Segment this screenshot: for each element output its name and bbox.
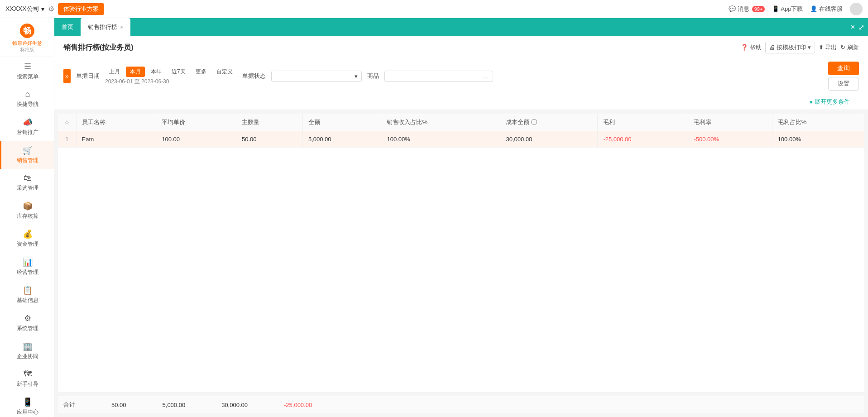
finance-icon: 💰 <box>23 229 33 239</box>
cell-profit-rate: -500.00% <box>688 131 772 148</box>
sidebar-item-label: 营销推广 <box>17 129 38 136</box>
query-actions: 查询 设置 <box>828 62 859 91</box>
sidebar-item-label: 资金管理 <box>17 240 38 248</box>
export-button[interactable]: ⬆ 导出 <box>819 43 837 52</box>
tab-bar-right: × ⤢ <box>851 23 868 32</box>
col-profit-pct: 毛利占比% <box>772 114 864 131</box>
purchase-icon: 🛍 <box>24 173 32 183</box>
page-title-row: 销售排行榜(按业务员) ❓ 帮助 🖨 按模板打印 ▾ ⬆ 导出 ↻ 刷新 <box>63 42 859 53</box>
query-btn-group: 查询 设置 <box>828 62 859 91</box>
tab-close-button[interactable]: × <box>120 24 123 30</box>
system-icon: ⚙ <box>24 313 31 323</box>
table-row: 1 Eam 100.00 50.00 5,000.00 100.00% 30,0… <box>58 131 864 148</box>
sidebar-logo: 畅 畅康通好生意 标准版 <box>0 18 54 57</box>
tab-minimize-icon[interactable]: × <box>851 23 855 31</box>
sidebar-item-operations[interactable]: 📊 经营管理 <box>0 253 54 281</box>
company-name: XXXXX公司 <box>5 5 39 13</box>
tab-sales-ranking[interactable]: 销售排行榜 × <box>81 18 130 36</box>
date-last-month-btn[interactable]: 上月 <box>105 67 124 77</box>
sidebar-item-collab[interactable]: 🏢 企业协同 <box>0 337 54 365</box>
refresh-button[interactable]: ↻ 刷新 <box>840 43 859 52</box>
sidebar-item-inventory[interactable]: 📦 库存核算 <box>0 197 54 225</box>
svg-text:畅: 畅 <box>23 26 31 35</box>
home-icon: ⌂ <box>25 90 30 99</box>
date-more-btn[interactable]: 更多 <box>192 67 211 77</box>
sidebar-item-guide[interactable]: 🗺 新手引导 <box>0 365 54 393</box>
cell-sales-pct: 100.00% <box>381 131 500 148</box>
tab-home-label: 首页 <box>62 23 73 31</box>
sidebar-item-marketing[interactable]: 📣 营销推广 <box>0 113 54 141</box>
logo-text: 畅康通好生意 <box>12 40 42 47</box>
inventory-icon: 📦 <box>23 201 33 211</box>
app-download-button[interactable]: 📱 App下载 <box>772 5 803 13</box>
col-qty: 主数量 <box>236 114 303 131</box>
sidebar-item-label: 系统管理 <box>17 325 38 332</box>
date-custom-btn[interactable]: 自定义 <box>212 67 237 77</box>
page-title: 销售排行榜(按业务员) <box>63 43 134 53</box>
sidebar-item-basic[interactable]: 📋 基础信息 <box>0 281 54 309</box>
sidebar-item-label: 新手引导 <box>17 380 38 388</box>
collab-icon: 🏢 <box>23 341 33 351</box>
tab-maximize-icon[interactable]: ⤢ <box>858 23 864 32</box>
chevron-down-icon: ▾ <box>355 73 358 80</box>
apps-icon: 📱 <box>23 397 33 407</box>
sidebar-item-search[interactable]: ☰ 搜索菜单 <box>0 57 54 85</box>
print-button[interactable]: 🖨 按模板打印 ▾ <box>765 42 815 53</box>
cell-cost: 30,000.00 <box>500 131 598 148</box>
cell-qty: 50.00 <box>236 131 303 148</box>
date-current-month-btn[interactable]: 本月 <box>126 67 145 77</box>
avatar[interactable] <box>850 3 863 15</box>
chevron-down-icon: ▾ <box>41 5 44 13</box>
tab-home[interactable]: 首页 <box>54 18 81 36</box>
page-content: 销售排行榜(按业务员) ❓ 帮助 🖨 按模板打印 ▾ ⬆ 导出 ↻ 刷新 » 单… <box>54 36 868 417</box>
filter-collapse-icon[interactable]: » <box>63 69 71 83</box>
sidebar-item-label: 采购管理 <box>17 184 38 192</box>
marketing-icon: 📣 <box>23 117 33 127</box>
col-profit: 毛利 <box>598 114 688 131</box>
footer-cost: 30,000.00 <box>221 402 248 408</box>
sidebar-item-system[interactable]: ⚙ 系统管理 <box>0 309 54 337</box>
logo-sub: 标准版 <box>20 47 34 53</box>
sidebar-item-label: 企业协同 <box>17 353 38 360</box>
company-selector[interactable]: XXXXX公司 ▾ <box>5 5 44 13</box>
cell-profit-pct: 100.00% <box>772 131 864 148</box>
date-filter-label: 单据日期 <box>76 72 100 80</box>
sidebar-item-purchase[interactable]: 🛍 采购管理 <box>0 169 54 197</box>
content-area: 首页 销售排行榜 × × ⤢ 销售排行榜(按业务员) ❓ 帮助 🖨 按模板打印 … <box>54 18 868 417</box>
goods-filter-input[interactable]: … <box>384 71 493 82</box>
settings-icon[interactable]: ⚙ <box>48 5 54 13</box>
cell-amount: 5,000.00 <box>302 131 381 148</box>
footer-amount: 5,000.00 <box>163 402 186 408</box>
filter-area: » 单据日期 上月 本月 本年 近7天 更多 自定义 2023-06 <box>63 57 859 110</box>
expand-conditions-button[interactable]: ▾ 展开更多条件 <box>810 98 850 106</box>
trial-button[interactable]: 体验行业方案 <box>58 3 104 15</box>
table-footer: 合计 50.00 5,000.00 30,000.00 -25,000.00 <box>58 396 864 413</box>
settings-button[interactable]: 设置 <box>828 77 859 91</box>
date-last7-btn[interactable]: 近7天 <box>168 67 190 77</box>
sidebar-item-label: 应用中心 <box>17 408 38 416</box>
date-range-text: 2023-06-01 至 2023-06-30 <box>105 78 237 86</box>
online-service-button[interactable]: 👤 在线客服 <box>810 5 843 13</box>
message-button[interactable]: 💬 消息 99+ <box>729 5 765 13</box>
date-current-year-btn[interactable]: 本年 <box>147 67 166 77</box>
query-button[interactable]: 查询 <box>828 62 859 75</box>
top-right-actions: 💬 消息 99+ 📱 App下载 👤 在线客服 <box>729 3 863 15</box>
status-filter-label: 单据状态 <box>242 72 266 80</box>
sidebar-item-sales[interactable]: 🛒 销售管理 <box>0 141 54 169</box>
table-area: ☆ 员工名称 平均单价 主数量 全额 销售收入占比% 成本全额 ⓘ 毛利 毛利率… <box>54 110 868 417</box>
footer-label: 合计 <box>63 401 75 409</box>
chevron-down-icon: ▾ <box>810 99 813 105</box>
sidebar-item-label: 经营管理 <box>17 268 38 276</box>
sidebar-item-finance[interactable]: 💰 资金管理 <box>0 225 54 253</box>
sidebar-item-quick[interactable]: ⌂ 快捷导航 <box>0 85 54 113</box>
col-sales-pct: 销售收入占比% <box>381 114 500 131</box>
sidebar-item-apps[interactable]: 📱 应用中心 <box>0 393 54 417</box>
top-bar: XXXXX公司 ▾ ⚙ 体验行业方案 💬 消息 99+ 📱 App下载 👤 在线… <box>0 0 868 18</box>
filter-row-1: » 单据日期 上月 本月 本年 近7天 更多 自定义 2023-06 <box>63 57 859 95</box>
sidebar-item-label: 快捷导航 <box>17 101 38 108</box>
search-menu-icon: ☰ <box>24 62 31 72</box>
date-buttons: 上月 本月 本年 近7天 更多 自定义 <box>105 67 237 77</box>
help-button[interactable]: ❓ 帮助 <box>741 43 762 52</box>
status-filter-select[interactable]: ▾ <box>271 71 362 82</box>
cell-index: 1 <box>58 131 76 148</box>
